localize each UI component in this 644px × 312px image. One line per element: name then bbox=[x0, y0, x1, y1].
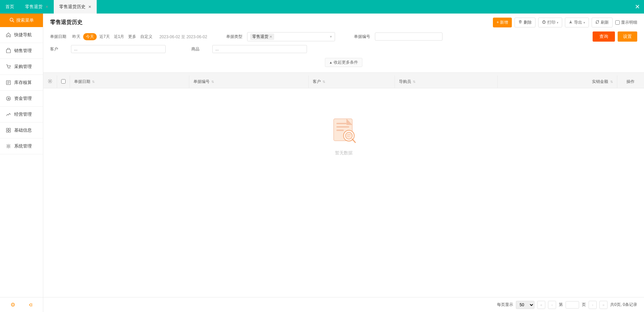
sidebar-item-label: 经营管理 bbox=[14, 111, 32, 117]
th-guide[interactable]: 导购员 ⇅ bbox=[395, 75, 498, 88]
home-icon bbox=[5, 32, 11, 38]
filter-row-2: 客户 商品 bbox=[50, 45, 637, 53]
first-page-btn[interactable]: « bbox=[537, 301, 545, 309]
empty-text: 暂无数据 bbox=[335, 150, 353, 156]
system-icon bbox=[5, 143, 11, 149]
delete-button[interactable]: 删除 bbox=[515, 18, 535, 27]
date-custom[interactable]: 自定义 bbox=[139, 33, 154, 40]
close-tab-retail-return-history[interactable]: ✕ bbox=[88, 5, 91, 9]
sidebar-search-label: 搜索菜单 bbox=[16, 17, 34, 23]
date-1month[interactable]: 近1月 bbox=[113, 33, 126, 40]
tab-retail-return[interactable]: 零售退货 ✕ bbox=[20, 0, 54, 14]
select-all-checkbox[interactable] bbox=[61, 79, 66, 84]
th-date[interactable]: 单据日期 ⇅ bbox=[70, 75, 189, 88]
show-detail-checkbox[interactable] bbox=[615, 20, 620, 25]
pagination: 每页显示 10 20 50 100 « ‹ 第 1 页 › » 共0页, 0条记… bbox=[43, 297, 644, 312]
date-yesterday[interactable]: 昨天 bbox=[71, 33, 82, 40]
type-tag-input[interactable]: 零售退货 ✕ ▾ bbox=[247, 32, 335, 41]
main-layout: 搜索菜单 快捷导航 销售管理 采购管理 bbox=[0, 14, 644, 312]
table-container: 单据日期 ⇅ 单据编号 ⇅ 客户 ⇅ 导购员 ⇅ bbox=[43, 75, 644, 297]
th-gear[interactable] bbox=[43, 75, 57, 88]
close-tab-retail-return[interactable]: ✕ bbox=[45, 5, 48, 9]
tab-home[interactable]: 首页 bbox=[0, 0, 20, 14]
svg-rect-2 bbox=[6, 49, 10, 53]
next-page-btn[interactable]: › bbox=[589, 301, 597, 309]
sidebar-item-quick-nav[interactable]: 快捷导航 bbox=[0, 27, 43, 43]
sort-date-icon: ⇅ bbox=[92, 80, 95, 84]
basic-icon bbox=[5, 127, 11, 133]
sidebar-item-label: 系统管理 bbox=[14, 143, 32, 149]
date-range-text: 2023-06-02 至 2023-06-02 bbox=[159, 34, 207, 40]
th-check[interactable] bbox=[57, 75, 70, 88]
page-total: 共0页, 0条记录 bbox=[610, 302, 637, 308]
sidebar-item-label: 销售管理 bbox=[14, 48, 32, 54]
add-button[interactable]: + 新增 bbox=[493, 18, 512, 27]
sidebar-search[interactable]: 搜索菜单 bbox=[0, 14, 43, 27]
date-more[interactable]: 更多 bbox=[127, 33, 138, 40]
filter-area: 单据日期 昨天 今天 近7天 近1月 更多 自定义 2023-06-02 至 2… bbox=[50, 31, 637, 72]
export-dropdown-icon: ▾ bbox=[583, 21, 585, 24]
customer-filter-label: 客户 bbox=[50, 46, 69, 52]
last-page-btn[interactable]: » bbox=[599, 301, 607, 309]
sort-customer-icon: ⇅ bbox=[323, 80, 325, 84]
th-customer[interactable]: 客户 ⇅ bbox=[309, 75, 395, 88]
th-number[interactable]: 单据编号 ⇅ bbox=[189, 75, 308, 88]
finance-icon bbox=[5, 95, 11, 102]
customer-filter-item: 客户 bbox=[50, 45, 166, 53]
page-size-label: 每页显示 bbox=[497, 302, 513, 308]
type-dropdown-icon[interactable]: ▾ bbox=[330, 35, 332, 39]
page-label: 第 bbox=[559, 302, 563, 308]
top-nav: 首页 零售退货 ✕ 零售退货历史 ✕ ✕ bbox=[0, 0, 644, 14]
svg-rect-16 bbox=[336, 123, 347, 124]
export-button[interactable]: 导出 ▾ bbox=[565, 18, 589, 27]
print-button[interactable]: 打印 ▾ bbox=[538, 18, 562, 27]
number-filter-label: 单据编号 bbox=[354, 34, 373, 40]
sidebar-item-sales[interactable]: 销售管理 bbox=[0, 43, 43, 59]
sidebar: 搜索菜单 快捷导航 销售管理 采购管理 bbox=[0, 14, 43, 312]
sidebar-item-basic[interactable]: 基础信息 bbox=[0, 122, 43, 138]
date-today[interactable]: 今天 bbox=[83, 33, 97, 40]
sidebar-item-label: 采购管理 bbox=[14, 64, 32, 70]
date-range-item: 2023-06-02 至 2023-06-02 bbox=[159, 34, 207, 40]
page-size-select[interactable]: 10 20 50 100 bbox=[516, 301, 534, 309]
content-area: 零售退货历史 + 新增 删除 打印 bbox=[43, 14, 644, 312]
refresh-button[interactable]: 刷新 bbox=[592, 18, 613, 27]
close-window-btn[interactable]: ✕ bbox=[635, 3, 640, 10]
sidebar-item-operation[interactable]: 经营管理 bbox=[0, 107, 43, 122]
goods-filter-label: 商品 bbox=[191, 46, 210, 52]
sidebar-settings-btn[interactable]: ⚙ bbox=[8, 300, 18, 310]
svg-point-4 bbox=[9, 68, 10, 69]
sidebar-bottom: ⚙ bbox=[0, 297, 43, 312]
svg-point-11 bbox=[8, 146, 9, 147]
sidebar-collapse-btn[interactable] bbox=[25, 300, 35, 310]
customer-filter-input[interactable] bbox=[71, 45, 166, 53]
export-icon bbox=[569, 20, 573, 25]
svg-rect-18 bbox=[336, 130, 344, 131]
inventory-icon bbox=[5, 80, 11, 86]
sidebar-item-system[interactable]: 系统管理 bbox=[0, 138, 43, 154]
svg-line-21 bbox=[352, 139, 355, 142]
page-number-input[interactable]: 1 bbox=[566, 301, 579, 309]
goods-filter-input[interactable] bbox=[212, 45, 307, 53]
type-tag-close[interactable]: ✕ bbox=[269, 35, 272, 39]
show-detail-checkbox-label[interactable]: 显示明细 bbox=[615, 20, 637, 25]
page-header-top: 零售退货历史 + 新增 删除 打印 bbox=[50, 18, 637, 27]
query-button[interactable]: 查询 bbox=[593, 31, 615, 42]
collapse-button[interactable]: ▲ 收起更多条件 bbox=[325, 58, 363, 67]
type-tag: 零售退货 ✕ bbox=[250, 34, 274, 40]
number-filter-input[interactable] bbox=[375, 32, 443, 41]
date-7days[interactable]: 近7天 bbox=[98, 33, 111, 40]
sidebar-item-inventory[interactable]: 库存核算 bbox=[0, 75, 43, 91]
sidebar-item-purchase[interactable]: 采购管理 bbox=[0, 59, 43, 75]
page-title: 零售退货历史 bbox=[50, 19, 82, 26]
sidebar-item-label: 基础信息 bbox=[14, 127, 32, 133]
setting-button[interactable]: 设置 bbox=[618, 31, 637, 42]
svg-rect-7 bbox=[6, 128, 8, 130]
tab-retail-return-history[interactable]: 零售退货历史 ✕ bbox=[54, 0, 97, 14]
svg-rect-9 bbox=[6, 131, 8, 132]
sidebar-item-finance[interactable]: 资金管理 bbox=[0, 91, 43, 107]
data-table: 单据日期 ⇅ 单据编号 ⇅ 客户 ⇅ 导购员 ⇅ bbox=[43, 75, 644, 183]
th-amount[interactable]: 实销金额 ⇅ bbox=[498, 75, 617, 88]
print-dropdown-icon: ▾ bbox=[557, 21, 558, 24]
prev-page-btn[interactable]: ‹ bbox=[548, 301, 556, 309]
